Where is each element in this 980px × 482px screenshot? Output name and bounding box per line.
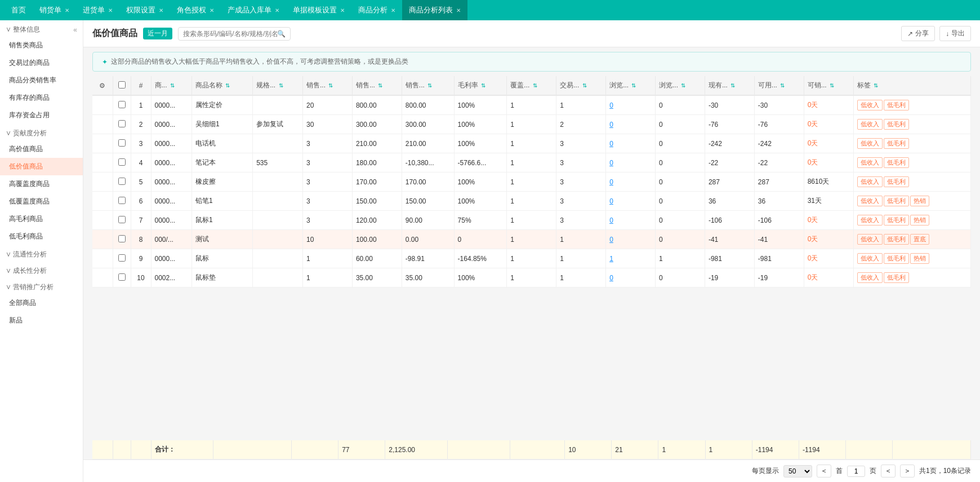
cell-sales-qty: 10 xyxy=(303,230,353,249)
cell-browse1[interactable]: 0 xyxy=(606,95,656,115)
sidebar-item-traded-products[interactable]: 交易过的商品 xyxy=(0,54,83,72)
cell-check[interactable] xyxy=(113,173,131,192)
row-checkbox[interactable] xyxy=(118,197,126,204)
row-checkbox[interactable] xyxy=(118,235,126,242)
col-check xyxy=(113,76,131,95)
browse1-link[interactable]: 0 xyxy=(609,121,613,129)
search-icon[interactable]: 🔍 xyxy=(277,30,286,38)
cell-browse1[interactable]: 0 xyxy=(606,268,656,288)
row-checkbox[interactable] xyxy=(118,139,126,147)
cell-sales-qty: 3 xyxy=(303,173,353,192)
cell-browse1[interactable]: 1 xyxy=(606,249,656,268)
cell-check[interactable] xyxy=(113,211,131,230)
cell-check[interactable] xyxy=(113,95,131,115)
cell-browse1[interactable]: 0 xyxy=(606,115,656,134)
cell-check[interactable] xyxy=(113,115,131,134)
cell-sales-amount: 90.00 xyxy=(402,211,454,230)
browse1-link[interactable]: 0 xyxy=(609,159,613,167)
nav-template-setting[interactable]: 单据模板设置 ✕ xyxy=(286,0,351,20)
nav-permission-setting[interactable]: 权限设置 ✕ xyxy=(119,0,170,20)
sidebar-group-contribution[interactable]: ∨ 贡献度分析 xyxy=(0,124,83,140)
close-icon[interactable]: ✕ xyxy=(391,7,395,14)
next-page-button[interactable]: ＞ xyxy=(900,465,915,477)
sidebar-item-high-value[interactable]: 高价值商品 xyxy=(0,140,83,158)
close-icon[interactable]: ✕ xyxy=(275,7,279,14)
data-table: ⚙ # 商... ⇅ 商品名称 ⇅ 规格... ⇅ 销售... ⇅ 销售... … xyxy=(92,76,971,288)
close-icon[interactable]: ✕ xyxy=(159,7,163,14)
sidebar-item-sales-products[interactable]: 销售类商品 xyxy=(0,37,83,54)
nav-product-inbound[interactable]: 产成品入库单 ✕ xyxy=(221,0,286,20)
cell-check[interactable] xyxy=(113,134,131,153)
sidebar-item-stock-capital[interactable]: 库存资金占用 xyxy=(0,107,83,124)
sidebar-item-low-margin[interactable]: 低毛利商品 xyxy=(0,228,83,245)
close-icon[interactable]: ✕ xyxy=(65,7,69,14)
cell-browse1[interactable]: 0 xyxy=(606,211,656,230)
table-container[interactable]: ⚙ # 商... ⇅ 商品名称 ⇅ 规格... ⇅ 销售... ⇅ 销售... … xyxy=(83,72,980,440)
row-checkbox[interactable] xyxy=(118,216,126,223)
nav-product-analysis[interactable]: 商品分析 ✕ xyxy=(351,0,402,20)
close-icon[interactable]: ✕ xyxy=(108,7,113,14)
cell-browse1[interactable]: 0 xyxy=(606,153,656,173)
browse1-link[interactable]: 0 xyxy=(609,140,613,148)
close-icon[interactable]: ✕ xyxy=(456,7,461,14)
cell-name: 铅笔1 xyxy=(191,192,252,211)
sidebar-item-stock-products[interactable]: 有库存的商品 xyxy=(0,89,83,107)
cell-check[interactable] xyxy=(113,192,131,211)
row-checkbox[interactable] xyxy=(118,120,126,127)
row-checkbox[interactable] xyxy=(118,254,126,262)
browse1-link[interactable]: 1 xyxy=(609,255,613,263)
collapse-icon[interactable]: « xyxy=(73,26,77,34)
totals-saleable xyxy=(846,440,893,459)
sidebar-group-overall[interactable]: ∨ 整体信息 « xyxy=(0,20,83,37)
sidebar-item-high-margin[interactable]: 高毛利商品 xyxy=(0,210,83,228)
cell-spec xyxy=(253,192,303,211)
row-checkbox[interactable] xyxy=(118,158,126,166)
close-icon[interactable]: ✕ xyxy=(340,7,345,14)
nav-sales-order[interactable]: 销货单 ✕ xyxy=(33,0,76,20)
cell-browse1[interactable]: 0 xyxy=(606,230,656,249)
page-size-select[interactable]: 50 100 xyxy=(783,465,812,477)
share-button[interactable]: ↗ 分享 xyxy=(901,26,935,41)
row-checkbox[interactable] xyxy=(118,273,126,281)
select-all-checkbox[interactable] xyxy=(118,81,126,89)
browse1-link[interactable]: 0 xyxy=(609,178,613,186)
sidebar-group-growth[interactable]: ∨ 成长性分析 xyxy=(0,262,83,278)
sidebar-item-all-products[interactable]: 全部商品 xyxy=(0,294,83,312)
cell-check[interactable] xyxy=(113,153,131,173)
row-checkbox[interactable] xyxy=(118,178,126,185)
sidebar-item-low-coverage[interactable]: 低覆盖度商品 xyxy=(0,193,83,210)
search-box[interactable]: 🔍 xyxy=(178,27,291,41)
browse1-link[interactable]: 0 xyxy=(609,197,613,205)
sidebar-item-new-products[interactable]: 新品 xyxy=(0,312,83,329)
sidebar-group-marketing[interactable]: ∨ 营销推广分析 xyxy=(0,278,83,294)
col-settings[interactable]: ⚙ xyxy=(92,76,113,95)
page-number-input[interactable] xyxy=(847,466,865,477)
export-button[interactable]: ↓ 导出 xyxy=(939,26,971,41)
search-input[interactable] xyxy=(183,30,277,38)
cell-check[interactable] xyxy=(113,230,131,249)
cell-browse1[interactable]: 0 xyxy=(606,134,656,153)
prev-page-button[interactable]: ＜ xyxy=(881,465,896,477)
cell-sales-qty: 3 xyxy=(303,153,353,173)
cell-transactions: 1 xyxy=(556,249,606,268)
cell-browse1[interactable]: 0 xyxy=(606,192,656,211)
cell-check[interactable] xyxy=(113,249,131,268)
sidebar-group-circulation[interactable]: ∨ 流通性分析 xyxy=(0,245,83,262)
nav-product-analysis-list[interactable]: 商品分析列表 ✕ xyxy=(402,0,467,20)
browse1-link[interactable]: 0 xyxy=(609,236,613,244)
sidebar-item-high-coverage[interactable]: 高覆盖度商品 xyxy=(0,175,83,193)
nav-purchase-order[interactable]: 进货单 ✕ xyxy=(76,0,119,20)
browse1-link[interactable]: 0 xyxy=(609,274,613,282)
browse1-link[interactable]: 0 xyxy=(609,101,613,109)
first-page-button[interactable]: ＜ xyxy=(817,465,831,477)
filter-tag-month[interactable]: 近一月 xyxy=(143,28,172,39)
nav-home[interactable]: 首页 xyxy=(5,0,33,20)
sidebar-item-category-sales-rate[interactable]: 商品分类销售率 xyxy=(0,72,83,89)
cell-browse1[interactable]: 0 xyxy=(606,173,656,192)
browse1-link[interactable]: 0 xyxy=(609,216,613,224)
sidebar-item-low-value[interactable]: 低价值商品 xyxy=(0,158,83,175)
nav-role-auth[interactable]: 角色授权 ✕ xyxy=(170,0,221,20)
row-checkbox[interactable] xyxy=(118,101,126,108)
close-icon[interactable]: ✕ xyxy=(210,7,214,14)
cell-check[interactable] xyxy=(113,268,131,288)
